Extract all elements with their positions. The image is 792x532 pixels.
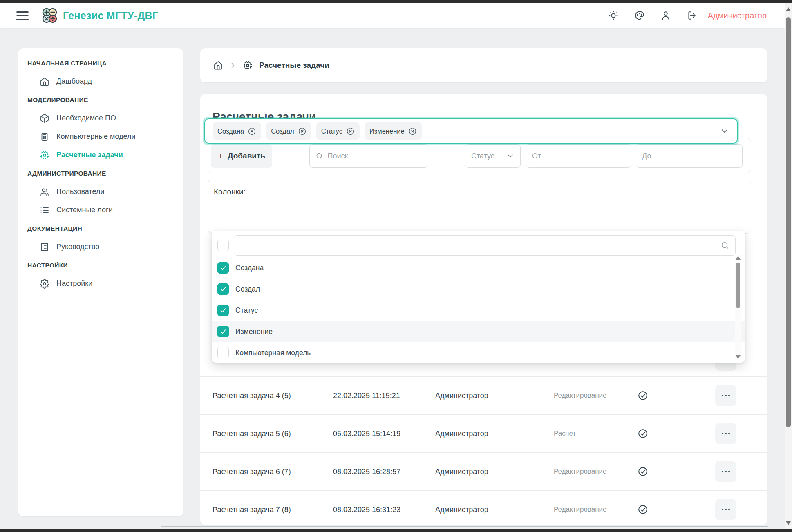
scrollbar-thumb[interactable] [736,263,740,308]
sidebar-item-system-logs[interactable]: Системные логи [27,201,183,219]
dropdown-scrollbar[interactable] [735,255,741,360]
scroll-down-icon[interactable] [786,521,791,525]
app-logo [41,7,58,24]
logout-icon[interactable] [687,10,697,21]
columns-multiselect[interactable]: Создана Создал Статус Изменение [204,118,738,144]
dropdown-option[interactable]: Создал [212,278,745,300]
sidebar-item-settings[interactable]: Настройки [27,274,183,293]
dropdown-search-field[interactable] [234,235,736,256]
palette-icon[interactable] [634,10,645,21]
package-icon [40,114,49,123]
sidebar: НАЧАЛЬНАЯ СТРАНИЦА Дашбоард МОДЕЛИРОВАНИ… [18,48,183,516]
checkbox-checked-icon[interactable] [217,326,229,337]
remove-chip-icon[interactable] [298,127,307,136]
breadcrumb-current[interactable]: Расчетные задачи [259,61,329,70]
chevron-down-icon [506,152,515,160]
table-row[interactable]: Расчетная задача 7 (8) 08.03.2025 16:31:… [200,490,767,525]
user-profile-icon[interactable] [660,10,671,21]
columns-box: Колонки: [208,180,751,234]
home-icon [40,77,49,87]
task-name: Расчетная задача 6 (7) [213,467,291,476]
dropdown-option[interactable]: Компьютерная модель [212,342,745,363]
search-field[interactable] [309,144,428,168]
hamburger-menu-icon[interactable] [16,11,29,20]
sidebar-item-required-software[interactable]: Необходимое ПО [27,109,183,127]
sidebar-item-calculation-tasks[interactable]: Расчетные задачи [27,146,183,164]
app-title: Генезис МГТУ-ДВГ [63,10,158,22]
chevron-down-icon[interactable] [720,126,729,136]
scroll-up-icon[interactable] [786,7,791,11]
theme-sun-icon[interactable] [608,10,619,21]
column-chip: Изменение [365,122,422,140]
search-icon [720,241,729,250]
check-circle-icon [638,504,648,515]
search-icon [315,151,324,160]
row-actions-button[interactable] [715,461,736,482]
task-created: 08.03.2025 16:31:23 [333,505,400,514]
dropdown-options-list: Создана Создал Статус Изменение Компьюте… [212,257,745,363]
scroll-up-icon[interactable] [736,256,741,260]
list-icon [40,205,49,215]
status-select[interactable]: Статус [465,144,521,168]
row-actions-button[interactable] [715,423,736,444]
sidebar-item-dashboard[interactable]: Дашбоард [27,72,183,91]
column-chip: Статус [316,122,360,140]
task-status: Расчет [554,430,576,438]
task-status: Редактирование [554,467,607,476]
user-role-label[interactable]: Администратор [708,11,767,20]
task-created: 05.03.2025 15:14:19 [333,430,400,438]
row-actions-button[interactable] [715,499,736,520]
table-row[interactable]: Расчетная задача 6 (7) 08.03.2025 16:28:… [200,452,767,490]
browser-scrollbar[interactable] [785,3,792,529]
task-created: 08.03.2025 16:28:57 [333,467,400,476]
dropdown-search-row [212,234,745,257]
row-actions-button[interactable] [715,385,736,406]
remove-chip-icon[interactable] [346,127,355,136]
sidebar-section-home: НАЧАЛЬНАЯ СТРАНИЦА [27,54,183,72]
chevron-right-icon [229,61,237,69]
date-to-field[interactable] [636,144,743,168]
scroll-down-icon[interactable] [736,355,741,359]
date-to-input[interactable] [642,152,736,160]
sidebar-item-manual[interactable]: Руководство [27,238,183,256]
task-name: Расчетная задача 5 (6) [213,430,291,438]
sidebar-item-computer-models[interactable]: Компьютерные модели [27,127,183,146]
task-author: Администратор [435,467,488,476]
task-status: Редактирование [554,505,607,514]
task-author: Администратор [435,430,488,438]
book-icon [40,242,49,252]
remove-chip-icon[interactable] [408,127,417,136]
top-header: Генезис МГТУ-ДВГ [0,3,785,28]
columns-label: Колонки: [214,187,246,196]
task-status: Редактирование [554,392,607,400]
home-icon[interactable] [213,60,223,70]
breadcrumb: Расчетные задачи [200,48,767,82]
dropdown-search-input[interactable] [240,241,720,249]
dropdown-option[interactable]: Изменение [212,321,745,342]
checkbox-checked-icon[interactable] [217,283,229,295]
app-window: Генезис МГТУ-ДВГ [0,0,792,532]
dropdown-option[interactable]: Создана [212,257,745,278]
table-row[interactable]: Расчетная задача 5 (6) 05.03.2025 15:14:… [200,414,767,452]
remove-chip-icon[interactable] [248,127,256,136]
checkbox-checked-icon[interactable] [217,305,229,316]
sidebar-item-users[interactable]: Пользователи [27,183,183,201]
scrollbar-thumb[interactable] [786,17,791,427]
table-row[interactable]: Расчетная задача 4 (5) 22.02.2025 11:15:… [200,376,767,414]
horizontal-scrollbar[interactable] [161,526,768,527]
gear-icon [40,279,49,289]
search-input[interactable] [328,152,422,160]
check-circle-icon [638,428,648,439]
date-from-field[interactable] [526,144,631,168]
select-all-checkbox[interactable] [217,240,229,251]
add-button[interactable]: + Добавить [211,144,272,168]
plus-icon: + [218,151,224,161]
dropdown-option[interactable]: Статус [212,300,745,321]
columns-dropdown: Создана Создал Статус Изменение Компьюте… [212,231,745,363]
date-from-input[interactable] [532,152,625,160]
check-circle-icon [638,390,648,401]
sidebar-section-modeling: МОДЕЛИРОВАНИЕ [27,91,183,109]
cpu-icon [243,60,253,70]
checkbox-unchecked-icon[interactable] [217,347,229,358]
checkbox-checked-icon[interactable] [217,262,229,274]
